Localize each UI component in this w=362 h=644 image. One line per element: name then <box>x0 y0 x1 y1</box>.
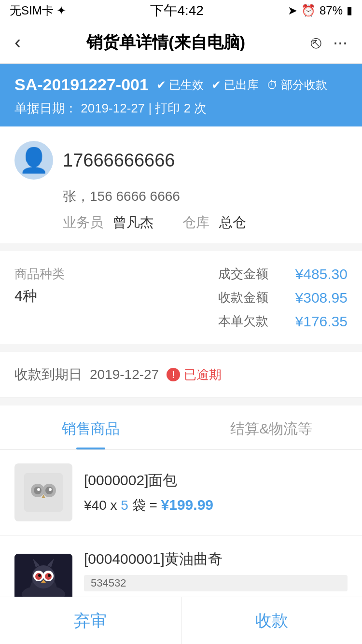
check-icon-1: ✔ <box>156 78 166 92</box>
status-bar-right: ➤ ⏰ 87% ▮ <box>288 4 352 17</box>
cancel-button[interactable]: 弃审 <box>0 597 181 644</box>
battery-text: 87% <box>320 4 343 17</box>
product-item: [0000002]面包 ¥40 x 5 袋 = ¥199.99 <box>0 450 362 535</box>
status-tag-shipped: ✔ 已出库 <box>211 77 259 93</box>
nav-actions: ⎋ ··· <box>311 32 348 53</box>
overdue-text: 已逾期 <box>184 366 222 383</box>
transaction-label: 成交金额 <box>218 266 268 282</box>
status-bar-left: 无SIM卡 ✦ <box>10 3 66 18</box>
check-icon-2: ✔ <box>211 78 221 92</box>
share-icon[interactable]: ⎋ <box>311 32 321 53</box>
status-tag-effective: ✔ 已生效 <box>156 77 204 93</box>
order-header-band: SA-20191227-001 ✔ 已生效 ✔ 已出库 ⏱ 部分收款 单据日期：… <box>0 64 362 126</box>
more-icon[interactable]: ··· <box>333 32 348 53</box>
svg-point-6 <box>49 488 52 491</box>
avatar-icon: 👤 <box>19 146 49 174</box>
product-info-bread: [0000002]面包 ¥40 x 5 袋 = ¥199.99 <box>84 471 348 515</box>
debt-amount: ¥176.35 <box>280 313 348 330</box>
overdue-badge: ! 已逾期 <box>167 366 222 383</box>
sales-label: 业务员 <box>63 215 103 230</box>
sales-person-group: 业务员 曾凡杰 <box>63 213 153 232</box>
transaction-amount: ¥485.30 <box>280 266 348 282</box>
due-label: 收款到期日 <box>14 365 82 384</box>
due-date: 2019-12-27 <box>90 367 159 382</box>
product-image-bread <box>14 463 72 521</box>
status-tag-partial: ⏱ 部分收款 <box>266 77 327 93</box>
carrier-text: 无SIM卡 ✦ <box>10 3 66 18</box>
back-button[interactable]: ‹ <box>14 31 21 53</box>
warehouse-value: 总仓 <box>219 215 246 230</box>
product-qty-bread: 5 <box>121 498 128 513</box>
stats-right: 成交金额 ¥485.30 收款金额 ¥308.95 本单欠款 ¥176.35 <box>218 266 348 330</box>
product-total-bread: ¥199.99 <box>161 497 213 513</box>
product-price-bread: ¥40 x 5 袋 = ¥199.99 <box>84 496 348 515</box>
tabs-section: 销售商品 结算&物流等 <box>0 406 362 450</box>
location-icon: ➤ <box>288 4 297 17</box>
status-bar-time: 下午4:42 <box>150 1 204 20</box>
clock-icon: ⏱ <box>266 78 278 92</box>
due-section: 收款到期日 2019-12-27 ! 已逾期 <box>0 352 362 398</box>
overdue-dot-icon: ! <box>167 368 180 381</box>
tab-products[interactable]: 销售商品 <box>0 406 181 449</box>
customer-meta: 业务员 曾凡杰 仓库 总仓 <box>14 213 348 232</box>
receipt-row: 收款金额 ¥308.95 <box>218 289 348 306</box>
order-id: SA-20191227-001 <box>14 75 149 94</box>
stats-left: 商品种类 4种 <box>14 266 65 306</box>
page-title: 销货单详情(来自电脑) <box>86 31 245 54</box>
debt-row: 本单欠款 ¥176.35 <box>218 313 348 330</box>
battery-icon: ▮ <box>347 4 352 17</box>
customer-name-phone: 张，156 6666 6666 <box>14 187 348 206</box>
confirm-button[interactable]: 收款 <box>181 597 362 644</box>
warehouse-label: 仓库 <box>182 215 209 230</box>
receipt-amount: ¥308.95 <box>280 290 348 306</box>
product-name-cookie: [000400001]黄油曲奇 <box>84 549 348 569</box>
customer-phone: 17666666666 <box>63 150 175 171</box>
svg-point-5 <box>37 488 40 491</box>
bottom-bar: 弃审 收款 <box>0 597 362 644</box>
warehouse-group: 仓库 总仓 <box>182 213 246 232</box>
order-date: 单据日期： 2019-12-27 | 打印 2 次 <box>14 100 348 117</box>
avatar: 👤 <box>14 141 53 180</box>
receipt-label: 收款金额 <box>218 289 268 306</box>
bread-placeholder-icon <box>24 473 63 512</box>
product-sku-cookie: 534532 <box>84 575 348 591</box>
tab-settlement[interactable]: 结算&物流等 <box>181 406 362 449</box>
alarm-icon: ⏰ <box>301 4 316 17</box>
category-count: 4种 <box>14 286 65 306</box>
svg-point-20 <box>48 574 51 577</box>
nav-bar: ‹ 销货单详情(来自电脑) ⎋ ··· <box>0 21 362 64</box>
svg-point-19 <box>38 574 41 577</box>
customer-section: 👤 17666666666 张，156 6666 6666 业务员 曾凡杰 仓库… <box>0 126 362 243</box>
sales-person: 曾凡杰 <box>113 215 153 230</box>
transaction-row: 成交金额 ¥485.30 <box>218 266 348 282</box>
status-bar: 无SIM卡 ✦ 下午4:42 ➤ ⏰ 87% ▮ <box>0 0 362 21</box>
stats-section: 商品种类 4种 成交金额 ¥485.30 收款金额 ¥308.95 本单欠款 ¥… <box>0 251 362 344</box>
category-label: 商品种类 <box>14 266 65 282</box>
debt-label: 本单欠款 <box>218 313 268 330</box>
product-name-bread: [0000002]面包 <box>84 471 348 490</box>
